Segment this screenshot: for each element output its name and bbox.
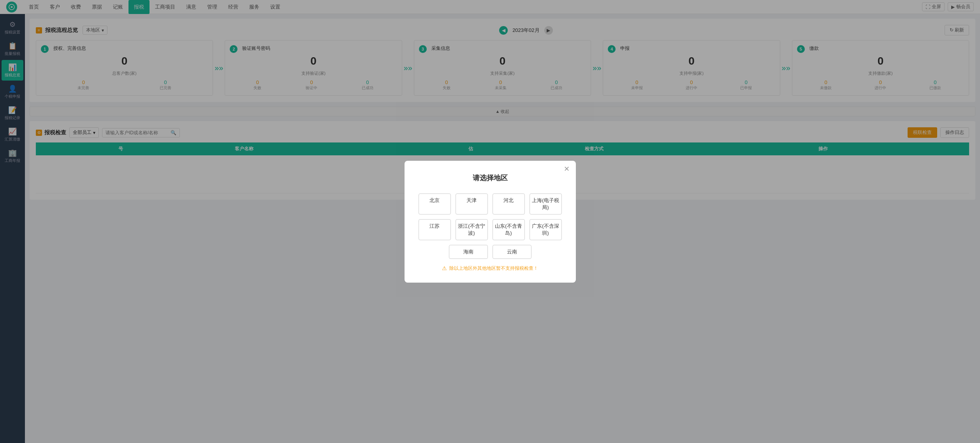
modal-overlay: ✕ 请选择地区 北京天津河北上海(电子税局)江苏浙江(不含宁波)山东(不含青岛)… bbox=[0, 0, 980, 443]
modal: ✕ 请选择地区 北京天津河北上海(电子税局)江苏浙江(不含宁波)山东(不含青岛)… bbox=[405, 161, 576, 283]
region-button-天津[interactable]: 天津 bbox=[456, 193, 488, 214]
warning-icon: ⚠ bbox=[442, 265, 447, 271]
modal-title: 请选择地区 bbox=[419, 173, 562, 183]
region-button-河北[interactable]: 河北 bbox=[493, 193, 525, 214]
modal-regions: 北京天津河北上海(电子税局)江苏浙江(不含宁波)山东(不含青岛)广东(不含深圳)… bbox=[419, 193, 562, 259]
region-button-山东(不含青岛)[interactable]: 山东(不含青岛) bbox=[493, 219, 525, 240]
region-button-海南[interactable]: 海南 bbox=[449, 245, 488, 259]
modal-close-button[interactable]: ✕ bbox=[564, 165, 570, 172]
modal-warning: ⚠ 除以上地区外其他地区暂不支持报税检查！ bbox=[419, 265, 562, 272]
region-row-2: 海南云南 bbox=[419, 245, 562, 259]
region-button-上海(电子税局)[interactable]: 上海(电子税局) bbox=[530, 193, 562, 214]
region-row-1: 江苏浙江(不含宁波)山东(不含青岛)广东(不含深圳) bbox=[419, 219, 562, 240]
region-button-广东(不含深圳)[interactable]: 广东(不含深圳) bbox=[530, 219, 562, 240]
region-row-0: 北京天津河北上海(电子税局) bbox=[419, 193, 562, 214]
region-button-浙江(不含宁波)[interactable]: 浙江(不含宁波) bbox=[456, 219, 488, 240]
region-button-江苏[interactable]: 江苏 bbox=[419, 219, 451, 240]
region-button-北京[interactable]: 北京 bbox=[419, 193, 451, 214]
region-button-云南[interactable]: 云南 bbox=[493, 245, 531, 259]
